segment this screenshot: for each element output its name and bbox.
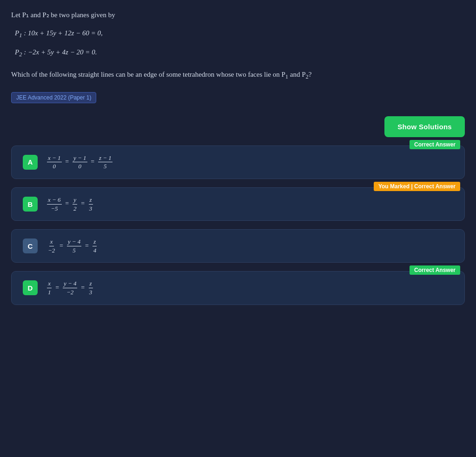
- badge-correct-d: Correct Answer: [410, 265, 460, 275]
- plane2-equation: P2 : −2x + 5y + 4z − 20 = 0.: [15, 45, 465, 60]
- badge-correct-a: Correct Answer: [410, 140, 460, 149]
- show-solutions-row: Show Solutions: [11, 116, 465, 137]
- option-math-a: x − 10 = y − 10 = z − 15: [47, 154, 112, 170]
- option-wrapper-d: Correct Answer D x1 = y − 4−2 = z3: [11, 271, 465, 305]
- jee-tag: JEE Advanced 2022 (Paper 1): [11, 92, 96, 103]
- show-solutions-button[interactable]: Show Solutions: [384, 116, 465, 137]
- option-label-b: B: [23, 197, 38, 212]
- option-math-c: x−2 = y − 45 = z4: [47, 238, 97, 254]
- badge-youmarked-b: You Marked | Correct Answer: [374, 182, 460, 191]
- option-wrapper-b: You Marked | Correct Answer B x − 6−5 = …: [11, 187, 465, 221]
- tag-container: JEE Advanced 2022 (Paper 1): [11, 92, 465, 103]
- option-label-a: A: [23, 155, 38, 170]
- option-card-b[interactable]: B x − 6−5 = y2 = z3: [11, 187, 465, 221]
- question-intro: Let P₁ and P₂ be two planes given by: [11, 9, 465, 21]
- option-card-d[interactable]: D x1 = y − 4−2 = z3: [11, 271, 465, 305]
- option-card-a[interactable]: A x − 10 = y − 10 = z − 15: [11, 146, 465, 179]
- option-label-d: D: [23, 280, 38, 295]
- option-math-d: x1 = y − 4−2 = z3: [47, 280, 93, 296]
- option-wrapper-c: C x−2 = y − 45 = z4: [11, 229, 465, 263]
- option-card-c[interactable]: C x−2 = y − 45 = z4: [11, 229, 465, 263]
- option-label-c: C: [23, 238, 38, 253]
- question-body: Which of the following straight lines ca…: [11, 69, 465, 82]
- plane1-equation: P1 : 10x + 15y + 12z − 60 = 0,: [15, 26, 465, 41]
- option-math-b: x − 6−5 = y2 = z3: [47, 196, 93, 212]
- option-wrapper-a: Correct Answer A x − 10 = y − 10 = z − 1…: [11, 146, 465, 179]
